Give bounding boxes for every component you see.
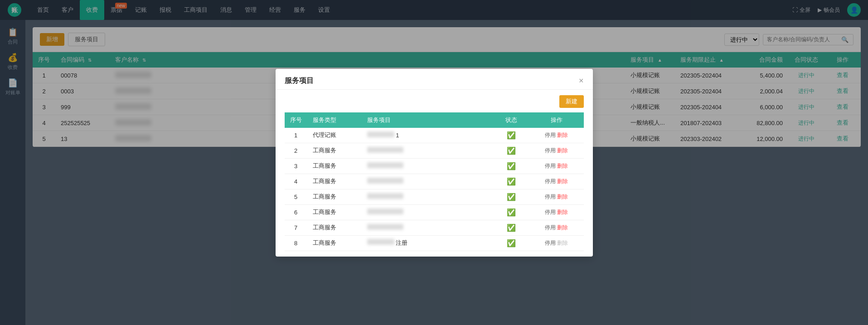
status-check-icon: ✅ (507, 147, 516, 155)
modal-header: 服务项目 × (276, 69, 593, 90)
delete-button[interactable]: 删除 (557, 178, 568, 185)
modal-table-row: 5 工商服务 ✅ 停用 删除 (285, 189, 584, 204)
modal-th-state: 状态 (493, 112, 529, 128)
modal-cell-type: 代理记账 (307, 128, 362, 143)
stop-button[interactable]: 停用 (545, 224, 556, 232)
modal-cell-item (362, 220, 493, 235)
stop-button[interactable]: 停用 (545, 193, 556, 201)
modal-cell-type: 工商服务 (307, 220, 362, 235)
delete-button[interactable]: 删除 (557, 131, 568, 139)
modal-cell-op: 停用 删除 (529, 204, 584, 220)
status-check-icon: ✅ (507, 239, 516, 247)
modal-table-row: 3 工商服务 ✅ 停用 删除 (285, 158, 584, 174)
modal-cell-type: 工商服务 (307, 158, 362, 174)
modal-cell-type: 工商服务 (307, 174, 362, 189)
delete-button[interactable]: 删除 (557, 224, 568, 232)
stop-button[interactable]: 停用 (545, 131, 556, 139)
modal-cell-type: 工商服务 (307, 204, 362, 220)
modal-cell-item: 注册 (362, 235, 493, 251)
modal-cell-state: ✅ (493, 189, 529, 204)
status-check-icon: ✅ (507, 162, 516, 170)
modal-table-row: 7 工商服务 ✅ 停用 删除 (285, 220, 584, 235)
modal-table-wrap: 序号 服务类型 服务项目 状态 操作 1 代理记账 1 ✅ 停用 删除 2 (285, 112, 584, 251)
service-items-modal: 服务项目 × 新建 序号 服务类型 服务项目 状态 操作 (276, 69, 593, 257)
status-check-icon: ✅ (507, 193, 516, 201)
modal-cell-item: 1 (362, 128, 493, 143)
modal-cell-item (362, 143, 493, 158)
modal-cell-state: ✅ (493, 174, 529, 189)
modal-cell-item (362, 174, 493, 189)
status-check-icon: ✅ (507, 131, 516, 139)
delete-button[interactable]: 删除 (557, 193, 568, 201)
delete-button[interactable]: 删除 (557, 209, 568, 216)
modal-cell-op: 停用 删除 (529, 174, 584, 189)
stop-button[interactable]: 停用 (545, 178, 556, 185)
modal-cell-item (362, 189, 493, 204)
modal-table-row: 4 工商服务 ✅ 停用 删除 (285, 174, 584, 189)
modal-cell-state: ✅ (493, 204, 529, 220)
modal-new-button[interactable]: 新建 (559, 95, 584, 108)
modal-cell-seq: 7 (285, 220, 307, 235)
modal-cell-state: ✅ (493, 128, 529, 143)
modal-cell-item (362, 204, 493, 220)
modal-cell-seq: 3 (285, 158, 307, 174)
modal-cell-type: 工商服务 (307, 143, 362, 158)
modal-table-row: 2 工商服务 ✅ 停用 删除 (285, 143, 584, 158)
modal-cell-state: ✅ (493, 235, 529, 251)
modal-cell-op: 停用 删除 (529, 143, 584, 158)
modal-th-item: 服务项目 (362, 112, 493, 128)
modal-cell-state: ✅ (493, 143, 529, 158)
stop-button[interactable]: 停用 (545, 239, 556, 247)
delete-button[interactable]: 删除 (557, 147, 568, 155)
modal-cell-item (362, 158, 493, 174)
modal-cell-seq: 4 (285, 174, 307, 189)
stop-button[interactable]: 停用 (545, 147, 556, 155)
modal-cell-seq: 2 (285, 143, 307, 158)
modal-title: 服务项目 (285, 76, 314, 86)
modal-cell-op: 停用 删除 (529, 158, 584, 174)
modal-table-row: 1 代理记账 1 ✅ 停用 删除 (285, 128, 584, 143)
modal-cell-seq: 5 (285, 189, 307, 204)
modal-toolbar: 新建 (285, 95, 584, 108)
status-check-icon: ✅ (507, 209, 516, 216)
modal-cell-state: ✅ (493, 220, 529, 235)
modal-cell-op: 停用 删除 (529, 220, 584, 235)
modal-table-row: 8 工商服务 注册 ✅ 停用 删除 (285, 235, 584, 251)
modal-cell-op: 停用 删除 (529, 189, 584, 204)
modal-th-type: 服务类型 (307, 112, 362, 128)
modal-cell-op: 停用 删除 (529, 235, 584, 251)
modal-cell-type: 工商服务 (307, 235, 362, 251)
modal-cell-op: 停用 删除 (529, 128, 584, 143)
modal-table-row: 6 工商服务 ✅ 停用 删除 (285, 204, 584, 220)
delete-button[interactable]: 删除 (557, 162, 568, 170)
modal-close-button[interactable]: × (579, 77, 584, 85)
status-check-icon: ✅ (507, 224, 516, 232)
status-check-icon: ✅ (507, 178, 516, 185)
modal-body: 新建 序号 服务类型 服务项目 状态 操作 (276, 90, 593, 257)
modal-cell-seq: 8 (285, 235, 307, 251)
modal-th-op: 操作 (529, 112, 584, 128)
modal-cell-type: 工商服务 (307, 189, 362, 204)
service-items-table: 序号 服务类型 服务项目 状态 操作 1 代理记账 1 ✅ 停用 删除 2 (285, 112, 584, 251)
stop-button[interactable]: 停用 (545, 162, 556, 170)
modal-cell-state: ✅ (493, 158, 529, 174)
stop-button[interactable]: 停用 (545, 209, 556, 216)
modal-cell-seq: 1 (285, 128, 307, 143)
modal-th-seq: 序号 (285, 112, 307, 128)
modal-overlay[interactable]: 服务项目 × 新建 序号 服务类型 服务项目 状态 操作 (0, 0, 868, 325)
modal-cell-seq: 6 (285, 204, 307, 220)
delete-button[interactable]: 删除 (557, 239, 568, 247)
